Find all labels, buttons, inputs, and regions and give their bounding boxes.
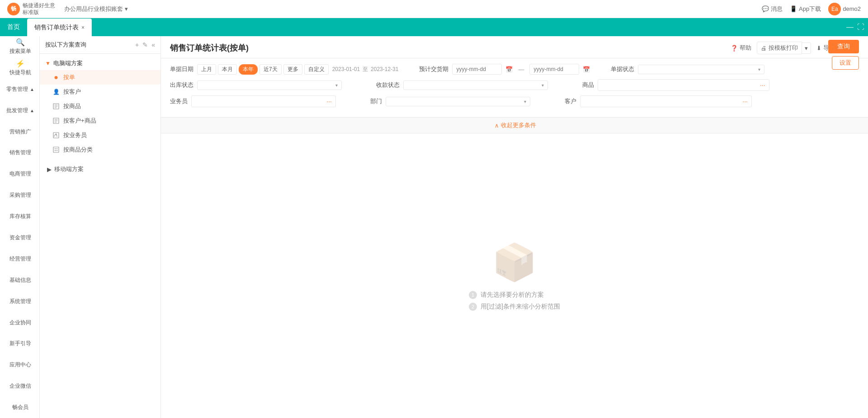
by-customer-goods-icon xyxy=(52,117,60,124)
scheme-item-by-customer-goods[interactable]: 按客户+商品 xyxy=(40,114,160,128)
payment-select-arrow-icon: ▾ xyxy=(542,83,544,88)
tab-bar-actions: — ⛶ xyxy=(846,23,868,31)
sidebar-item-system[interactable]: 系统管理 xyxy=(0,291,39,312)
date-btn-this-year[interactable]: 本年 xyxy=(239,64,258,75)
user-profile-btn[interactable]: Ea demo2 xyxy=(828,3,861,15)
minimize-btn[interactable]: — xyxy=(846,23,854,31)
date-shortcuts: 上月 本月 本年 近7天 更多 自定义 xyxy=(197,64,329,75)
sidebar-item-quick-nav[interactable]: ⚡ 快捷导航 xyxy=(0,57,39,79)
maximize-btn[interactable]: ⛶ xyxy=(857,23,864,31)
main-layout: 🔍 搜索菜单 ⚡ 快捷导航 零售管理 ▲ 批发管理 ▲ 营销推广 销售管理 电商… xyxy=(0,36,868,418)
retail-expand-icon: ▲ xyxy=(30,87,34,92)
sidebar-item-app-center[interactable]: 应用中心 xyxy=(0,354,39,375)
sidebar: 🔍 搜索菜单 ⚡ 快捷导航 零售管理 ▲ 批发管理 ▲ 营销推广 销售管理 电商… xyxy=(0,36,40,418)
sidebar-item-wholesale[interactable]: 批发管理 ▲ xyxy=(0,100,39,121)
date-btn-7days[interactable]: 近7天 xyxy=(259,64,282,75)
logo-area: 畅 畅捷通好生意 标准版 xyxy=(7,2,55,15)
customer-select-dots[interactable]: ··· xyxy=(742,98,748,105)
app-selector[interactable]: 办公用品行业模拟账套 ▾ xyxy=(64,5,128,13)
goods-select-dots[interactable]: ··· xyxy=(760,81,765,89)
status-select-arrow-icon: ▾ xyxy=(758,67,760,72)
pc-scheme-section: ▼ 电脑端方案 ● 按单 👤 按客户 按商品 xyxy=(40,54,160,160)
page-header-actions: ❓ 帮助 🖨 按模板打印 ▾ ⬇ 导出 xyxy=(731,42,859,54)
tab-home[interactable]: 首页 xyxy=(0,18,27,36)
goods-select[interactable]: ··· xyxy=(598,79,769,91)
calendar-from-icon[interactable]: 📅 xyxy=(505,66,513,73)
collapse-icon: ∧ xyxy=(495,122,499,129)
dept-select[interactable]: ▾ xyxy=(386,97,530,106)
page-title: 销售订单统计表(按单) xyxy=(170,43,249,53)
scheme-edit-btn[interactable]: ✎ xyxy=(142,41,148,48)
date-filter: 单据日期 上月 本月 本年 近7天 更多 自定义 2023-01-01 至 xyxy=(170,64,398,75)
scheme-add-btn[interactable]: + xyxy=(135,41,139,48)
scheme-collapse-btn[interactable]: « xyxy=(151,41,155,48)
calendar-to-icon[interactable]: 📅 xyxy=(583,66,590,73)
scheme-item-by-salesman[interactable]: 按业务员 xyxy=(40,128,160,142)
date-btn-more[interactable]: 更多 xyxy=(283,64,302,75)
sidebar-item-enterprise-collab[interactable]: 企业协同 xyxy=(0,312,39,333)
sidebar-item-ecommerce[interactable]: 电商管理 xyxy=(0,163,39,185)
logo-icon: 畅 xyxy=(7,3,20,15)
tab-close-btn[interactable]: × xyxy=(81,24,85,31)
pc-section-expand-icon: ▼ xyxy=(45,60,51,66)
pc-scheme-section-title[interactable]: ▼ 电脑端方案 xyxy=(40,57,160,70)
sidebar-item-search[interactable]: 🔍 搜索菜单 xyxy=(0,36,39,57)
sidebar-item-operations[interactable]: 经营管理 xyxy=(0,248,39,270)
app-download-btn[interactable]: 📱 App下载 xyxy=(790,5,821,13)
expected-date-filter: 预计交货期 📅 — 📅 xyxy=(419,64,590,75)
print-template-btn[interactable]: 🖨 按模板打印 xyxy=(757,42,802,54)
by-goods-category-icon xyxy=(52,146,60,153)
message-btn[interactable]: 💬 消息 xyxy=(762,5,783,13)
settings-btn[interactable]: 设置 xyxy=(832,56,859,70)
delivery-status-select[interactable]: ▾ xyxy=(197,81,342,90)
scheme-header-actions: + ✎ « xyxy=(135,41,155,48)
right-panel: 销售订单统计表(按单) ❓ 帮助 🖨 按模板打印 ▾ ⬇ xyxy=(161,36,868,418)
sidebar-item-finance[interactable]: 资金管理 xyxy=(0,227,39,248)
query-action-col: 查询 设置 xyxy=(828,40,859,70)
empty-tip-1: 1 请先选择要分析的方案 xyxy=(469,291,560,299)
help-btn[interactable]: ❓ 帮助 xyxy=(731,44,751,52)
sidebar-item-inventory[interactable]: 库存核算 xyxy=(0,206,39,227)
tab-sales-order-stats[interactable]: 销售订单统计表 × xyxy=(27,19,92,37)
customer-select[interactable]: ··· xyxy=(580,95,752,107)
tip-1-num: 1 xyxy=(469,291,477,299)
dept-select-arrow-icon: ▾ xyxy=(524,99,526,104)
payment-status-select[interactable]: ▾ xyxy=(403,81,548,90)
svg-point-3 xyxy=(56,134,57,135)
sidebar-item-retail[interactable]: 零售管理 ▲ xyxy=(0,79,39,100)
sidebar-item-marketing[interactable]: 营销推广 xyxy=(0,121,39,142)
print-dropdown-btn[interactable]: ▾ xyxy=(802,43,811,54)
scheme-panel-header: 按以下方案查询 + ✎ « xyxy=(40,36,160,54)
payment-status-filter: 收款状态 ▾ xyxy=(376,81,548,90)
delivery-select-arrow-icon: ▾ xyxy=(335,83,338,88)
expected-date-from-input[interactable] xyxy=(452,64,502,75)
scheme-item-by-customer[interactable]: 👤 按客户 xyxy=(40,85,160,99)
salesman-select[interactable]: ··· xyxy=(191,95,336,107)
expected-date-to-input[interactable] xyxy=(529,64,579,75)
sidebar-item-basic-info[interactable]: 基础信息 xyxy=(0,270,39,291)
scheme-item-by-goods[interactable]: 按商品 xyxy=(40,99,160,114)
help-icon: ❓ xyxy=(731,45,738,52)
sidebar-item-sales[interactable]: 销售管理 xyxy=(0,142,39,163)
salesman-select-dots[interactable]: ··· xyxy=(326,98,332,105)
query-btn[interactable]: 查询 xyxy=(828,40,859,53)
mobile-scheme-section-title[interactable]: ▶ 移动端方案 xyxy=(40,162,160,176)
by-salesman-icon xyxy=(52,132,60,139)
avatar: Ea xyxy=(828,3,841,15)
collapse-bar[interactable]: ∧ 收起更多条件 xyxy=(161,118,868,133)
date-btn-custom[interactable]: 自定义 xyxy=(304,64,329,75)
sidebar-item-purchase[interactable]: 采购管理 xyxy=(0,185,39,206)
date-btn-last-month[interactable]: 上月 xyxy=(197,64,216,75)
top-bar: 畅 畅捷通好生意 标准版 办公用品行业模拟账套 ▾ 💬 消息 📱 App下载 E… xyxy=(0,0,868,18)
scheme-item-by-order[interactable]: ● 按单 xyxy=(40,70,160,85)
top-bar-right: 💬 消息 📱 App下载 Ea demo2 xyxy=(762,3,861,15)
sidebar-item-enterprise-wechat[interactable]: 企业微信 xyxy=(0,375,39,397)
date-btn-this-month[interactable]: 本月 xyxy=(218,64,237,75)
empty-tips: 1 请先选择要分析的方案 2 用[过滤]条件来缩小分析范围 xyxy=(469,291,560,311)
logo-text: 畅捷通好生意 标准版 xyxy=(23,2,55,15)
sidebar-item-newbie[interactable]: 新手引导 xyxy=(0,333,39,354)
by-order-icon: ● xyxy=(52,74,60,81)
status-select[interactable]: ▾ xyxy=(638,65,764,74)
sidebar-item-member[interactable]: 畅会员 xyxy=(0,397,39,418)
scheme-item-by-goods-category[interactable]: 按商品分类 xyxy=(40,142,160,157)
